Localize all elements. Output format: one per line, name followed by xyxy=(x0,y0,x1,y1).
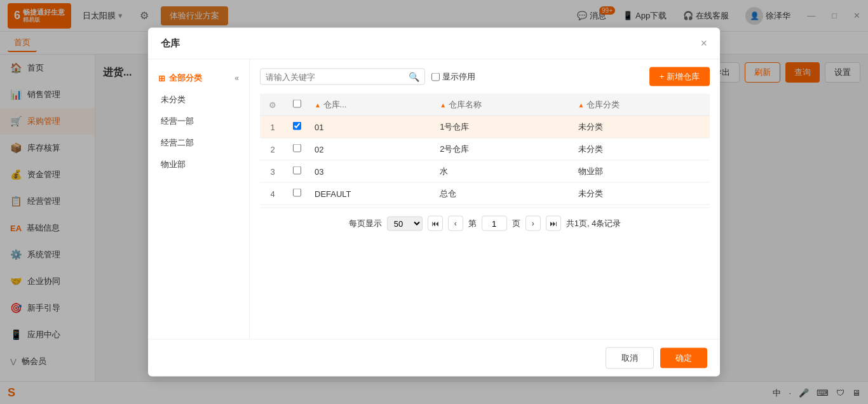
disabled-checkbox-input[interactable] xyxy=(431,72,440,81)
table-col-code: ▲ 仓库... xyxy=(308,94,433,116)
row-checkbox-cell[interactable] xyxy=(285,116,308,138)
confirm-button[interactable]: 确定 xyxy=(660,348,707,368)
modal-sidebar-item-ops1[interactable]: 经营一部 xyxy=(148,111,249,132)
row-name: 1号仓库 xyxy=(433,116,571,138)
modal-sidebar: ⊞ 全部分类 « 未分类 经营一部 经营二部 物业部 xyxy=(148,60,250,339)
row-category: 未分类 xyxy=(572,182,710,205)
category-all-label: 全部分类 xyxy=(169,72,202,84)
next-page-button[interactable]: › xyxy=(526,216,541,231)
pagination: 每页显示 50 100 ⏮ ‹ 第 页 › ⏭ 共1页, 4条记录 xyxy=(260,208,710,239)
table-row[interactable]: 1 01 1号仓库 未分类 xyxy=(260,116,710,138)
page-label-pre: 第 xyxy=(468,218,477,229)
row-category: 未分类 xyxy=(572,138,710,160)
row-checkbox[interactable] xyxy=(293,189,301,197)
modal-sidebar-item-ops2[interactable]: 经营二部 xyxy=(148,132,249,154)
table-col-check xyxy=(285,94,308,116)
row-code: 03 xyxy=(308,160,433,182)
search-input[interactable] xyxy=(266,72,409,81)
modal-footer: 取消 确定 xyxy=(148,339,720,377)
table-col-settings: ⚙ xyxy=(260,94,285,116)
modal-toolbar: 🔍 显示停用 + 新增仓库 xyxy=(260,67,710,86)
row-name: 总仓 xyxy=(433,182,571,205)
row-checkbox-cell[interactable] xyxy=(285,138,308,160)
sort-icon2: ▲ xyxy=(440,102,446,109)
row-code: 02 xyxy=(308,138,433,160)
cancel-button[interactable]: 取消 xyxy=(606,347,654,369)
select-all-checkbox[interactable] xyxy=(293,100,301,108)
collapse-icon[interactable]: « xyxy=(234,74,239,83)
row-code: DEFAULT xyxy=(308,182,433,205)
row-checkbox-cell[interactable] xyxy=(285,182,308,205)
row-name: 2号仓库 xyxy=(433,138,571,160)
modal-sidebar-item-property[interactable]: 物业部 xyxy=(148,154,249,175)
table-col-name: ▲ 仓库名称 xyxy=(433,94,571,116)
last-page-button[interactable]: ⏭ xyxy=(546,216,561,231)
per-page-select[interactable]: 50 100 xyxy=(387,216,423,231)
row-category: 物业部 xyxy=(572,160,710,182)
modal-sidebar-header[interactable]: ⊞ 全部分类 « xyxy=(148,67,249,89)
row-checkbox-cell[interactable] xyxy=(285,160,308,182)
modal-close-button[interactable]: × xyxy=(700,37,707,50)
per-page-label: 每页显示 xyxy=(349,218,382,229)
row-checkbox[interactable] xyxy=(293,166,301,175)
add-warehouse-button[interactable]: + 新增仓库 xyxy=(649,67,710,86)
modal-body: ⊞ 全部分类 « 未分类 经营一部 经营二部 物业部 🔍 显示停用 + 新增仓库 xyxy=(148,60,720,339)
table-col-category: ▲ 仓库分类 xyxy=(572,94,710,116)
page-label: 页 xyxy=(512,218,520,229)
page-input[interactable] xyxy=(482,216,507,231)
modal-content-area: 🔍 显示停用 + 新增仓库 ⚙ ▲ 仓库... xyxy=(250,60,720,339)
table-row[interactable]: 3 03 水 物业部 xyxy=(260,160,710,182)
row-checkbox[interactable] xyxy=(293,144,301,152)
modal-sidebar-item-uncategorized[interactable]: 未分类 xyxy=(148,89,249,111)
total-records-label: 共1页, 4条记录 xyxy=(566,218,621,229)
row-code: 01 xyxy=(308,116,433,138)
sort-icon3: ▲ xyxy=(578,102,585,109)
modal-title: 仓库 xyxy=(161,37,180,50)
warehouse-modal: 仓库 × ⊞ 全部分类 « 未分类 经营一部 经营二部 物业部 🔍 xyxy=(148,28,720,377)
prev-page-button[interactable]: ‹ xyxy=(448,216,463,231)
search-box[interactable]: 🔍 xyxy=(260,69,425,85)
modal-header: 仓库 × xyxy=(148,28,720,60)
table-row[interactable]: 2 02 2号仓库 未分类 xyxy=(260,138,710,160)
first-page-button[interactable]: ⏮ xyxy=(428,216,443,231)
show-disabled-checkbox[interactable]: 显示停用 xyxy=(431,71,475,83)
row-name: 水 xyxy=(433,160,571,182)
search-icon: 🔍 xyxy=(409,72,419,82)
row-number: 2 xyxy=(260,138,285,160)
warehouse-table: ⚙ ▲ 仓库... ▲ 仓库名称 ▲ 仓库分类 xyxy=(260,94,710,205)
table-row[interactable]: 4 DEFAULT 总仓 未分类 xyxy=(260,182,710,205)
row-number: 3 xyxy=(260,160,285,182)
row-number: 4 xyxy=(260,182,285,205)
grid-icon: ⊞ xyxy=(158,73,165,83)
row-checkbox[interactable] xyxy=(293,122,301,130)
row-category: 未分类 xyxy=(572,116,710,138)
row-number: 1 xyxy=(260,116,285,138)
sort-icon: ▲ xyxy=(315,102,321,109)
